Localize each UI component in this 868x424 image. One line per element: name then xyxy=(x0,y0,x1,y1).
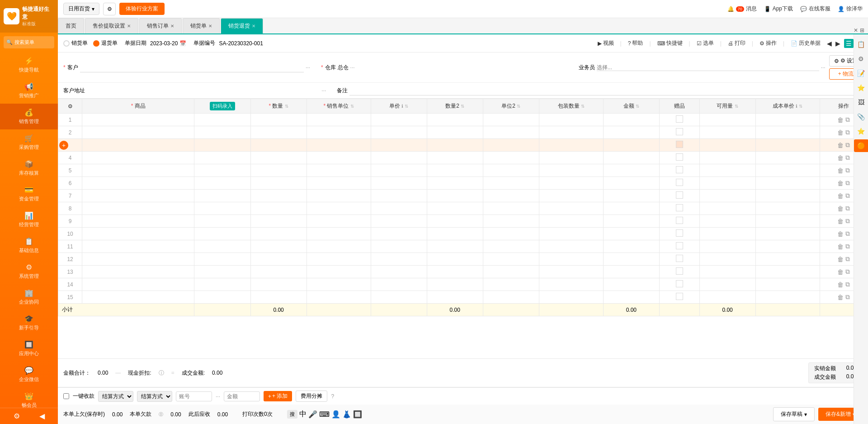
account-select[interactable]: 结算方式 xyxy=(137,391,172,402)
amount-input[interactable] xyxy=(224,391,260,401)
sidebar-item-operations[interactable]: 📊 经营管理 xyxy=(0,207,58,233)
copy-row-7[interactable]: ⧉ xyxy=(845,192,850,200)
gift-checkbox-4[interactable] xyxy=(676,153,683,161)
date-picker-icon[interactable]: 📅 xyxy=(179,40,186,47)
sidebar-item-basic[interactable]: 📋 基础信息 xyxy=(0,233,58,258)
copy-row-1[interactable]: ⧉ xyxy=(845,116,850,124)
sougou-icon[interactable]: 搜 xyxy=(287,410,297,419)
input-tool-2[interactable]: 🎤 xyxy=(308,410,317,419)
input-tool-5[interactable]: 👗 xyxy=(342,410,351,419)
account-dots[interactable]: ··· xyxy=(216,393,220,400)
app-download-item[interactable]: 📱 App下载 xyxy=(764,5,793,13)
account-number-input[interactable] xyxy=(176,391,212,401)
available-sort-icon[interactable]: ⇅ xyxy=(735,104,738,109)
qty2-sort-icon[interactable]: ⇅ xyxy=(461,104,464,109)
sidebar-item-newbie[interactable]: 🎓 新手引导 xyxy=(0,310,58,336)
return-radio[interactable]: 退货单 xyxy=(93,39,118,47)
right-panel-icon-1[interactable]: 📋 xyxy=(855,38,868,51)
gift-checkbox-1[interactable] xyxy=(676,115,683,123)
print-btn[interactable]: 🖨 打印 xyxy=(725,38,748,48)
right-panel-icon-4[interactable]: ⭐ xyxy=(855,81,868,94)
copy-row-13[interactable]: ⧉ xyxy=(845,268,850,276)
settlement-select[interactable]: 结算方式 xyxy=(98,391,133,402)
copy-row-3[interactable]: ⧉ xyxy=(845,141,850,149)
quantity-cell-1[interactable] xyxy=(250,114,307,126)
video-btn[interactable]: ▶ 视频 xyxy=(595,38,617,48)
gift-checkbox-9[interactable] xyxy=(676,217,683,224)
input-tool-1[interactable]: 中 xyxy=(299,410,307,419)
delete-row-3[interactable]: 🗑 xyxy=(837,142,844,149)
sidebar-item-sales[interactable]: 💰 销售管理 xyxy=(0,104,58,129)
tab-price-settings[interactable]: 售价提取设置 ✕ xyxy=(85,18,138,33)
gift-checkbox-8[interactable] xyxy=(676,204,683,211)
delete-row-4[interactable]: 🗑 xyxy=(837,154,844,162)
sales-radio-btn[interactable] xyxy=(63,40,70,47)
delete-row-6[interactable]: 🗑 xyxy=(837,180,844,187)
gift-checkbox-12[interactable] xyxy=(676,255,683,262)
maximize-btn[interactable]: ⊞ xyxy=(860,27,864,33)
discount-help-icon[interactable]: ⓘ xyxy=(159,369,164,377)
delete-row-9[interactable]: 🗑 xyxy=(837,218,844,225)
sales-radio[interactable]: 销货单 xyxy=(63,39,88,47)
th-gear[interactable]: ⚙ xyxy=(58,99,82,114)
nav-next-btn[interactable]: ▶ xyxy=(835,40,840,47)
tab-sales[interactable]: 销货单 ✕ xyxy=(183,18,220,33)
delete-row-13[interactable]: 🗑 xyxy=(837,268,844,276)
delete-row-2[interactable]: 🗑 xyxy=(837,129,844,136)
price-sort-icon[interactable]: ⇅ xyxy=(405,104,408,109)
copy-row-4[interactable]: ⧉ xyxy=(845,154,850,162)
pack-sort-icon[interactable]: ⇅ xyxy=(581,104,585,109)
split-help-icon[interactable]: ? xyxy=(331,393,334,400)
delete-row-5[interactable]: 🗑 xyxy=(837,167,844,174)
right-panel-icon-6[interactable]: 📎 xyxy=(855,110,868,123)
save-draft-btn[interactable]: 保存草稿 ▾ xyxy=(773,407,815,421)
delete-row-12[interactable]: 🗑 xyxy=(837,256,844,263)
one-click-pay-checkbox[interactable] xyxy=(63,393,69,399)
sidebar-item-shortcuts[interactable]: ⚡ 快捷导航 xyxy=(0,52,58,78)
input-tool-4[interactable]: 👤 xyxy=(331,410,340,419)
sidebar-collapse-btn[interactable]: ◀ xyxy=(39,412,45,420)
notification-item[interactable]: 🔔 70 消息 xyxy=(727,5,757,13)
delete-row-11[interactable]: 🗑 xyxy=(837,243,844,250)
close-window-btn[interactable]: ✕ xyxy=(854,27,858,33)
close-sales-tab[interactable]: ✕ xyxy=(208,24,212,29)
gift-checkbox-3[interactable] xyxy=(676,141,683,148)
salesperson-input[interactable] xyxy=(597,64,819,71)
delete-row-1[interactable]: 🗑 xyxy=(837,116,844,124)
amount-sort-icon[interactable]: ⇅ xyxy=(636,104,639,109)
delete-row-14[interactable]: 🗑 xyxy=(837,281,844,288)
product-input-3[interactable] xyxy=(84,142,192,148)
add-row-btn[interactable]: + xyxy=(59,141,68,150)
gift-checkbox-15[interactable] xyxy=(676,293,683,300)
grid-view-btn[interactable]: ☰ xyxy=(844,39,854,48)
copy-row-2[interactable]: ⧉ xyxy=(845,129,850,136)
product-cell-1[interactable] xyxy=(82,114,194,126)
unit2-sort-icon[interactable]: ⇅ xyxy=(517,104,520,109)
right-panel-icon-5[interactable]: 🖼 xyxy=(855,96,868,109)
sidebar-item-wechat[interactable]: 💬 企业微信 xyxy=(0,362,58,387)
customer-dots[interactable]: ··· xyxy=(306,64,310,71)
tab-sales-order[interactable]: 销售订单 ✕ xyxy=(139,18,182,33)
right-panel-icon-8[interactable]: 🟠 xyxy=(854,139,868,152)
close-sales-order-tab[interactable]: ✕ xyxy=(170,24,174,29)
copy-row-6[interactable]: ⧉ xyxy=(845,179,850,187)
sidebar-item-inventory[interactable]: 📦 库存核算 xyxy=(0,155,58,181)
user-item[interactable]: 👤 徐泽华 xyxy=(838,5,863,13)
quantity-input-1[interactable] xyxy=(253,117,305,123)
copy-row-8[interactable]: ⧉ xyxy=(845,205,850,212)
delete-row-7[interactable]: 🗑 xyxy=(837,192,844,200)
gift-checkbox-10[interactable] xyxy=(676,229,683,237)
right-panel-icon-3[interactable]: 📝 xyxy=(855,67,868,80)
delete-row-8[interactable]: 🗑 xyxy=(837,205,844,212)
operations-btn[interactable]: ⚙ 操作 xyxy=(757,38,779,48)
cost-sort-icon[interactable]: ⇅ xyxy=(799,104,802,109)
copy-row-12[interactable]: ⧉ xyxy=(845,255,850,263)
shortcut-btn[interactable]: ⌨ 快捷键 xyxy=(655,38,685,48)
close-price-settings-tab[interactable]: ✕ xyxy=(127,24,131,29)
topbar-settings-btn[interactable]: ⚙ xyxy=(103,3,116,15)
customer-input[interactable] xyxy=(80,62,304,69)
input-tool-6[interactable]: 🔲 xyxy=(353,410,362,419)
address-dots[interactable]: ··· xyxy=(321,87,326,94)
gift-checkbox-7[interactable] xyxy=(676,191,683,199)
close-sales-return-tab[interactable]: ✕ xyxy=(252,24,255,29)
